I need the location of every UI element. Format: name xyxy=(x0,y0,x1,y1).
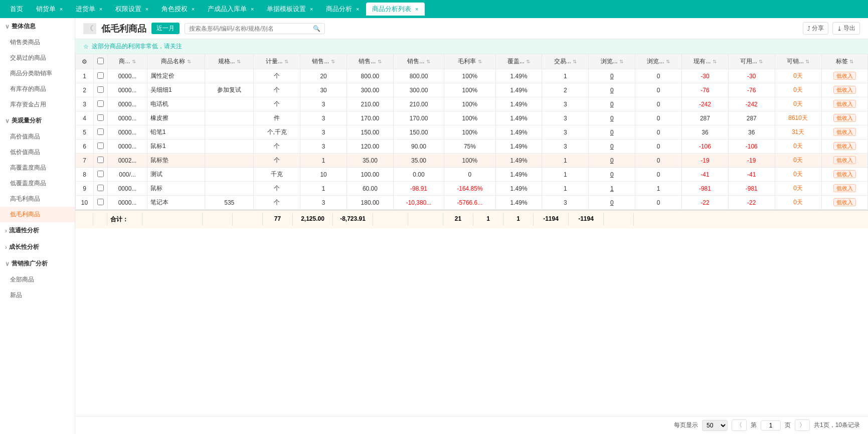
export-button[interactable]: ⤓ 导出 xyxy=(832,22,860,35)
sidebar-group-growth[interactable]: › 成长性分析 xyxy=(0,239,75,255)
close-icon[interactable]: × xyxy=(60,6,63,12)
row-select-checkbox[interactable] xyxy=(97,142,104,149)
row-view1[interactable]: 0 xyxy=(589,97,635,111)
nav-sales-order[interactable]: 销货单 × xyxy=(30,3,69,16)
row-view1[interactable]: 0 xyxy=(589,139,635,154)
nav-product-analysis[interactable]: 商品分析 × xyxy=(320,3,365,16)
close-icon[interactable]: × xyxy=(356,6,359,12)
row-checkbox[interactable] xyxy=(94,139,108,154)
prev-page-button[interactable]: 〈 xyxy=(732,419,747,431)
sidebar-group-overall[interactable]: ∨ 整体信息 xyxy=(0,18,75,35)
col-settings[interactable]: ⚙ xyxy=(76,54,94,69)
sidebar-item-low-coverage[interactable]: 低覆盖度商品 xyxy=(0,176,75,191)
col-view1[interactable]: 浏览... ⇅ xyxy=(589,54,635,69)
row-sales-qty: 1 xyxy=(300,182,347,196)
row-tag: 低收入 xyxy=(821,83,867,97)
col-saleable-days[interactable]: 可销... ⇅ xyxy=(775,54,821,69)
sidebar-item-new-products[interactable]: 新品 xyxy=(0,287,75,303)
row-view1[interactable]: 0 xyxy=(589,125,635,139)
col-current-stock[interactable]: 现有... ⇅ xyxy=(682,54,729,69)
sidebar-collapse-button[interactable]: 《 xyxy=(83,23,96,34)
nav-role-auth[interactable]: 角色授权 × xyxy=(155,3,201,16)
row-checkbox[interactable] xyxy=(94,83,108,97)
row-checkbox[interactable] xyxy=(94,168,108,182)
row-checkbox[interactable] xyxy=(94,69,108,83)
row-checkbox[interactable] xyxy=(94,125,108,139)
row-select-checkbox[interactable] xyxy=(97,199,104,205)
sidebar-item-stocked-products[interactable]: 有库存的商品 xyxy=(0,81,75,97)
row-checkbox[interactable] xyxy=(94,97,108,111)
close-icon[interactable]: × xyxy=(192,6,195,12)
close-icon[interactable]: × xyxy=(145,6,148,12)
col-view2[interactable]: 浏览... ⇅ xyxy=(635,54,682,69)
row-coverage: 1.49% xyxy=(495,97,542,111)
close-icon[interactable]: × xyxy=(415,6,418,12)
nav-purchase-order[interactable]: 进货单 × xyxy=(70,3,108,16)
row-checkbox[interactable] xyxy=(94,154,108,168)
select-all-checkbox[interactable] xyxy=(97,58,104,64)
row-view1[interactable]: 1 xyxy=(589,182,635,196)
sidebar-item-stock-capital[interactable]: 库存资金占用 xyxy=(0,97,75,112)
sidebar-item-low-value[interactable]: 低价值商品 xyxy=(0,144,75,160)
close-icon[interactable]: × xyxy=(251,6,254,12)
col-checkbox[interactable] xyxy=(94,54,108,69)
col-gross-margin[interactable]: 毛利率 ⇅ xyxy=(444,54,495,69)
close-icon[interactable]: × xyxy=(99,6,102,12)
sidebar-item-high-value[interactable]: 高价值商品 xyxy=(0,129,75,144)
col-trade-count[interactable]: 交易... ⇅ xyxy=(542,54,589,69)
nav-template-settings[interactable]: 单据模板设置 × xyxy=(261,3,319,16)
col-code[interactable]: 商... ⇅ xyxy=(108,54,147,69)
row-select-checkbox[interactable] xyxy=(97,86,104,93)
row-sales-amount: 170.00 xyxy=(346,111,393,125)
row-select-checkbox[interactable] xyxy=(97,185,104,191)
row-gross-margin: 100% xyxy=(444,111,495,125)
row-view1[interactable]: 0 xyxy=(589,83,635,97)
row-view1[interactable]: 0 xyxy=(589,154,635,168)
page-number-input[interactable] xyxy=(761,420,781,430)
nav-permission-settings[interactable]: 权限设置 × xyxy=(109,3,154,16)
sidebar-item-high-coverage[interactable]: 高覆盖度商品 xyxy=(0,160,75,176)
share-button[interactable]: ⤴ 分享 xyxy=(803,22,828,35)
col-unit[interactable]: 计量... ⇅ xyxy=(254,54,300,69)
col-available-stock[interactable]: 可用... ⇅ xyxy=(728,54,775,69)
sidebar-item-traded-products[interactable]: 交易过的商品 xyxy=(0,50,75,66)
row-select-checkbox[interactable] xyxy=(97,72,104,79)
row-view1[interactable]: 0 xyxy=(589,69,635,83)
col-name[interactable]: 商品名称 ⇅ xyxy=(147,54,205,69)
sidebar-item-low-margin[interactable]: 低毛利商品 xyxy=(0,207,75,222)
row-sales-amount: 100.00 xyxy=(346,168,393,182)
nav-product-analysis-list[interactable]: 商品分析列表 × xyxy=(366,3,424,16)
col-sales-amount[interactable]: 销售... ⇅ xyxy=(346,54,393,69)
row-select-checkbox[interactable] xyxy=(97,128,104,135)
nav-home[interactable]: 首页 xyxy=(4,3,29,16)
sidebar-item-sales-products[interactable]: 销售类商品 xyxy=(0,35,75,50)
col-spec[interactable]: 规格... ⇅ xyxy=(205,54,254,69)
time-filter-button[interactable]: 近一月 xyxy=(151,23,180,34)
row-select-checkbox[interactable] xyxy=(97,100,104,107)
row-select-checkbox[interactable] xyxy=(97,114,104,121)
row-view1[interactable]: 0 xyxy=(589,168,635,182)
search-input[interactable] xyxy=(189,25,313,32)
col-coverage[interactable]: 覆盖... ⇅ xyxy=(495,54,542,69)
sidebar-group-aesthetics[interactable]: ∨ 美观量分析 xyxy=(0,112,75,129)
sidebar-item-all-products[interactable]: 全部商品 xyxy=(0,272,75,287)
row-checkbox[interactable] xyxy=(94,111,108,125)
sidebar-group-circulation[interactable]: › 流通性分析 xyxy=(0,222,75,239)
row-checkbox[interactable] xyxy=(94,182,108,196)
col-sales-profit[interactable]: 销售... ⇅ xyxy=(393,54,444,69)
row-view1[interactable]: 0 xyxy=(589,196,635,210)
row-checkbox[interactable] xyxy=(94,196,108,210)
row-select-checkbox[interactable] xyxy=(97,157,104,163)
row-view1[interactable]: 0 xyxy=(589,111,635,125)
sidebar-group-marketing[interactable]: ∨ 营销推广分析 xyxy=(0,255,75,272)
close-icon[interactable]: × xyxy=(310,6,313,12)
per-page-select[interactable]: 50 100 200 xyxy=(702,420,728,431)
sidebar-item-high-margin[interactable]: 高毛利商品 xyxy=(0,191,75,207)
sidebar-item-category-sales-rate[interactable]: 商品分类助销率 xyxy=(0,66,75,81)
next-page-button[interactable]: 〉 xyxy=(795,419,810,431)
row-unit: 个 xyxy=(254,154,300,168)
nav-product-entry[interactable]: 产成品入库单 × xyxy=(202,3,260,16)
col-tag[interactable]: 标签 ⇅ xyxy=(821,54,867,69)
row-select-checkbox[interactable] xyxy=(97,171,104,177)
col-sales-qty[interactable]: 销售... ⇅ xyxy=(300,54,347,69)
